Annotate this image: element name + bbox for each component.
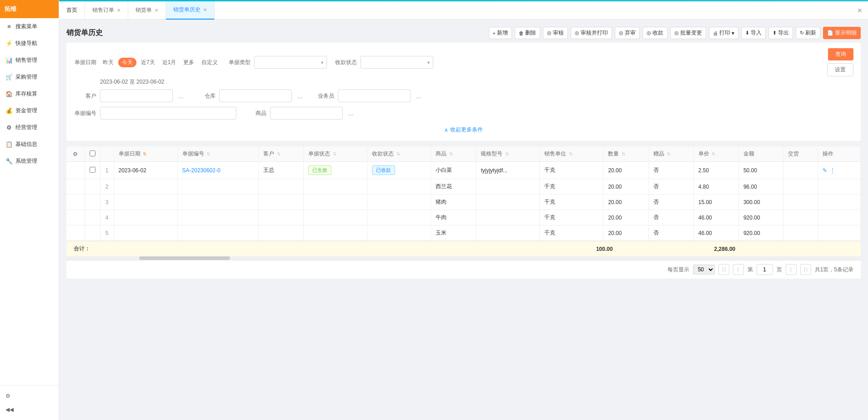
date-field: 单据日期 昨天 今天 近7天 近1月 更多 自定义	[74, 58, 221, 67]
warehouse-ellipsis[interactable]: ...	[296, 92, 305, 100]
setting-button[interactable]: 设置	[827, 63, 853, 76]
doc-no-link[interactable]: SA-20230602-0	[182, 167, 221, 174]
row-settings-cell	[66, 195, 85, 210]
row-checkbox[interactable]	[90, 167, 95, 173]
plus-icon: +	[493, 30, 496, 36]
col-spec[interactable]: 规格型号 ⇅	[476, 146, 540, 162]
row-qty-cell: 20.00	[603, 225, 648, 241]
col-action: 操作	[818, 146, 861, 162]
sort-date-icon: ⇅	[143, 151, 146, 156]
row-customer-cell	[259, 195, 304, 210]
sidebar-item-quick-nav[interactable]: ⚡ 快捷导航	[0, 35, 59, 52]
date-tag-1month[interactable]: 近1月	[160, 58, 179, 67]
search-more-row: ∧ 收起更多条件	[74, 124, 853, 135]
refresh-button[interactable]: ↻ 刷新	[796, 27, 820, 39]
sidebar-item-search-menu[interactable]: ≡ 搜索菜单	[0, 18, 59, 35]
date-tag-yesterday[interactable]: 昨天	[100, 58, 116, 67]
salesman-input[interactable]	[338, 90, 411, 102]
sidebar-item-purchase-mgmt[interactable]: 🛒 采购管理	[0, 69, 59, 85]
customer-ellipsis[interactable]: ...	[176, 92, 186, 100]
audit-button[interactable]: ◎ 审核	[543, 27, 568, 39]
sidebar-settings-icon[interactable]: ⚙	[0, 389, 59, 403]
sidebar-item-operation-mgmt[interactable]: ⚙ 经营管理	[0, 119, 59, 136]
tab-sales-delivery-close[interactable]: ✕	[155, 8, 158, 13]
table-row: 1 2023-06-02 SA-20230602-0 王总 已生效 已收款 小白…	[66, 162, 861, 179]
col-date[interactable]: 单据日期 ⇅	[114, 146, 177, 162]
more-action-link[interactable]: ⋮	[830, 167, 835, 174]
col-price[interactable]: 单价 ⇅	[693, 146, 738, 162]
row-docno-cell: SA-20230602-0	[177, 162, 259, 179]
col-doc-status[interactable]: 单据状态 ⇅	[304, 146, 367, 162]
salesman-ellipsis[interactable]: ...	[414, 92, 423, 100]
row-settings-cell	[66, 179, 85, 195]
sidebar-item-capital-mgmt[interactable]: 💰 资金管理	[0, 102, 59, 119]
tab-sales-history-close[interactable]: ✕	[203, 7, 207, 12]
tab-bar-close-all[interactable]: ✕	[852, 7, 868, 14]
audit-print-button[interactable]: ◎ 审核并打印	[571, 27, 612, 39]
row-num-cell: 2	[100, 179, 114, 195]
salesman-label: 业务员	[311, 92, 334, 100]
query-button[interactable]: 查询	[828, 48, 853, 60]
customer-input[interactable]	[100, 90, 173, 102]
col-doc-no[interactable]: 单据编号 ⇅	[177, 146, 259, 162]
print-label: 打印	[719, 29, 730, 37]
sidebar-item-sales-mgmt[interactable]: 📊 销售管理	[0, 52, 59, 69]
quick-nav-icon: ⚡	[5, 40, 13, 47]
collapse-more-btn[interactable]: ∧ 收起更多条件	[444, 126, 483, 134]
col-customer[interactable]: 客户 ⇅	[259, 146, 304, 162]
date-tag-more[interactable]: 更多	[181, 58, 197, 67]
col-gift[interactable]: 赠品 ⇅	[648, 146, 693, 162]
sidebar-item-basic-info[interactable]: 📋 基础信息	[0, 136, 59, 153]
per-page-select[interactable]: 50	[693, 265, 715, 275]
collect-button[interactable]: ◎ 收款	[642, 27, 667, 39]
first-page-btn[interactable]: ⟨⟨	[718, 264, 729, 275]
col-gift-label: 赠品	[653, 150, 664, 157]
payment-status-label: 收款状态	[334, 59, 357, 66]
tab-sales-order-close[interactable]: ✕	[117, 8, 120, 13]
sidebar-item-system-mgmt[interactable]: 🔧 系统管理	[0, 153, 59, 170]
tab-sales-delivery[interactable]: 销货单 ✕	[128, 1, 166, 20]
edit-action-link[interactable]: ✎	[823, 167, 827, 174]
print-button[interactable]: 🖨 打印 ▾	[709, 27, 738, 39]
col-goods[interactable]: 商品 ⇅	[431, 146, 476, 162]
payment-status-select[interactable]	[361, 56, 433, 69]
horizontal-scrollbar[interactable]	[66, 256, 861, 260]
sidebar-collapse-btn[interactable]: ◀◀	[0, 403, 59, 416]
tab-sales-order[interactable]: 销售订单 ✕	[85, 1, 128, 20]
prev-page-btn[interactable]: ⟨	[733, 264, 744, 275]
goods-input[interactable]	[270, 107, 343, 120]
show-detail-button[interactable]: 📄 显示明细	[823, 27, 861, 39]
export-button[interactable]: ⬆ 导出	[768, 27, 793, 39]
row-num-cell: 3	[100, 195, 114, 210]
select-all-checkbox[interactable]	[90, 150, 95, 156]
tab-home-label: 首页	[66, 6, 77, 14]
col-settings[interactable]: ⚙	[66, 146, 85, 162]
date-tag-custom[interactable]: 自定义	[199, 58, 221, 67]
goods-ellipsis[interactable]: ...	[346, 110, 356, 117]
doc-no-input[interactable]	[100, 107, 236, 120]
chevron-up-icon: ∧	[444, 127, 448, 133]
page-title: 销货单历史	[66, 28, 103, 38]
batch-change-button[interactable]: ◎ 批量变更	[670, 27, 706, 39]
date-tag-today[interactable]: 今天	[118, 58, 136, 67]
date-tag-7days[interactable]: 近7天	[138, 58, 158, 67]
sidebar-item-inventory[interactable]: 🏠 库存核算	[0, 85, 59, 102]
row-settings-cell	[66, 162, 85, 179]
import-button[interactable]: ⬇ 导入	[741, 27, 766, 39]
page-number-input[interactable]	[757, 264, 773, 275]
tab-sales-history[interactable]: 销货单历史 ✕	[166, 1, 215, 20]
sort-docstatus-icon: ⇅	[333, 151, 336, 156]
delete-button[interactable]: 🗑 删除	[515, 27, 540, 39]
col-unit[interactable]: 销售单位 ⇅	[540, 146, 603, 162]
tab-home[interactable]: 首页	[59, 1, 85, 20]
abandon-button[interactable]: ◎ 弃审	[615, 27, 640, 39]
new-button[interactable]: + 新增	[489, 27, 512, 39]
col-qty[interactable]: 数量 ⇅	[603, 146, 648, 162]
inventory-icon: 🏠	[5, 90, 13, 98]
next-page-btn[interactable]: ⟩	[786, 264, 797, 275]
doc-type-select[interactable]	[254, 56, 327, 69]
scrollbar-thumb[interactable]	[139, 256, 230, 260]
last-page-btn[interactable]: ⟩⟩	[800, 264, 811, 275]
warehouse-input[interactable]	[219, 90, 292, 102]
col-payment-status[interactable]: 收款状态 ⇅	[367, 146, 431, 162]
